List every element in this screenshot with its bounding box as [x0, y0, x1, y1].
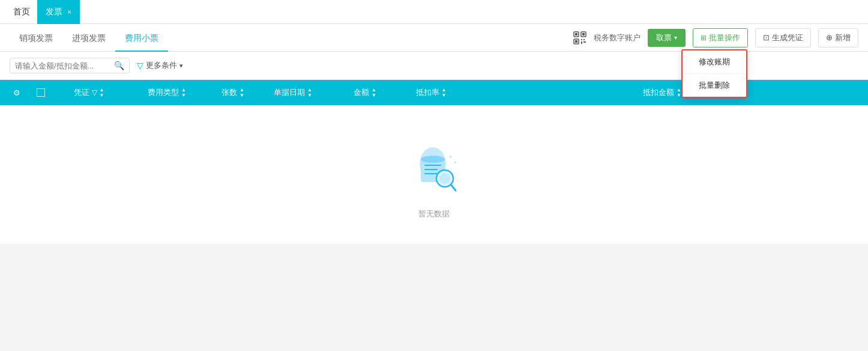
batch-op-label: 批量操作: [709, 32, 740, 43]
batch-op-dropdown: 修改账期 批量删除: [681, 49, 747, 98]
invoice-tab[interactable]: 发票 ×: [37, 0, 80, 24]
expense-type-sort-icon[interactable]: ▲▼: [181, 88, 186, 98]
add-label: 新增: [835, 32, 851, 43]
chevron-down-icon: ▾: [179, 62, 183, 70]
svg-point-17: [439, 173, 450, 184]
col-amount-label: 金额: [354, 87, 369, 98]
close-icon[interactable]: ×: [67, 8, 71, 16]
search-icon[interactable]: 🔍: [114, 61, 124, 70]
svg-rect-3: [582, 33, 585, 35]
search-input-wrap[interactable]: 🔍: [10, 58, 130, 73]
generate-voucher-button[interactable]: ⊡ 生成凭证: [755, 28, 811, 47]
svg-rect-8: [581, 41, 582, 44]
amount-sort-icon[interactable]: ▲▼: [372, 88, 376, 98]
svg-rect-5: [575, 40, 577, 43]
take-invoice-label: 取票: [656, 32, 672, 43]
search-input[interactable]: [15, 61, 114, 70]
take-invoice-button[interactable]: 取票 ▾: [648, 29, 686, 47]
col-voucher-header: 凭证 ▽ ▲▼: [53, 87, 125, 98]
col-date-label: 单据日期: [274, 87, 305, 98]
voucher-filter-icon[interactable]: ▽: [92, 88, 97, 97]
col-deduction-rate-header: 抵扣率 ▲▼: [401, 87, 461, 98]
empty-state: ✦ ✦ 暂无数据: [0, 105, 868, 243]
empty-text: 暂无数据: [418, 209, 450, 219]
col-deduction-amount-label: 抵扣金额: [643, 87, 674, 98]
invoice-tab-label: 发票: [46, 7, 62, 17]
deduction-rate-sort-icon[interactable]: ▲▼: [442, 88, 447, 98]
svg-line-18: [451, 185, 456, 191]
more-conditions-label: 更多条件: [146, 60, 177, 71]
svg-rect-6: [581, 39, 582, 40]
svg-rect-1: [575, 33, 577, 35]
filter-icon: ▽: [137, 61, 143, 70]
qr-icon-button[interactable]: [573, 31, 586, 44]
add-icon: ⊕: [826, 33, 833, 42]
batch-delete-item[interactable]: 批量删除: [683, 73, 746, 97]
col-amount-header: 金额 ▲▼: [329, 87, 401, 98]
col-settings[interactable]: ⚙: [5, 88, 29, 97]
toolbar-right: 税务数字账户 取票 ▾ ⊞ 批量操作 修改账期 批量删除 ⊡ 生成凭证 ⊕ 新增: [573, 28, 858, 47]
add-button[interactable]: ⊕ 新增: [818, 28, 858, 47]
tax-account-button[interactable]: 税务数字账户: [594, 32, 640, 43]
svg-rect-7: [583, 39, 585, 40]
empty-illustration: ✦ ✦: [404, 141, 464, 201]
col-deduction-rate-label: 抵扣率: [416, 87, 439, 98]
batch-op-button[interactable]: ⊞ 批量操作 修改账期 批量删除: [693, 28, 748, 47]
col-expense-type-label: 费用类型: [148, 87, 179, 98]
main-content: ⚙ 凭证 ▽ ▲▼ 费用类型 ▲▼ 张数 ▲▼ 单据日期 ▲▼: [0, 80, 868, 243]
svg-rect-9: [583, 41, 586, 43]
svg-text:✦: ✦: [449, 155, 452, 159]
col-voucher-label: 凭证: [74, 87, 89, 98]
more-conditions-button[interactable]: ▽ 更多条件 ▾: [137, 60, 183, 71]
svg-text:✦: ✦: [453, 160, 457, 165]
home-tab[interactable]: 首页: [6, 7, 37, 17]
sub-tab-expense[interactable]: 费用小票: [115, 24, 168, 52]
sub-tabs: 销项发票 进项发票 费用小票 税务数字账户 取票 ▾ ⊞: [0, 24, 868, 52]
deduction-amount-sort-icon[interactable]: ▲▼: [677, 88, 681, 98]
svg-point-12: [421, 156, 445, 163]
settings-icon[interactable]: ⚙: [13, 88, 20, 97]
modify-period-item[interactable]: 修改账期: [683, 50, 746, 73]
date-sort-icon[interactable]: ▲▼: [307, 88, 312, 98]
sub-tab-sales[interactable]: 销项发票: [10, 24, 62, 52]
col-check[interactable]: [29, 88, 53, 97]
generate-voucher-label: 生成凭证: [772, 32, 803, 43]
sub-tab-incoming[interactable]: 进项发票: [62, 24, 115, 52]
col-count-label: 张数: [222, 87, 237, 98]
select-all-checkbox[interactable]: [37, 88, 45, 97]
count-sort-icon[interactable]: ▲▼: [240, 88, 244, 98]
top-nav: 首页 发票 ×: [0, 0, 868, 24]
generate-voucher-icon: ⊡: [763, 33, 770, 42]
voucher-sort-icon[interactable]: ▲▼: [100, 88, 104, 98]
col-count-header: 张数 ▲▼: [209, 87, 257, 98]
batch-op-icon: ⊞: [701, 34, 707, 42]
chevron-down-icon: ▾: [674, 34, 677, 41]
col-date-header: 单据日期 ▲▼: [257, 87, 329, 98]
col-expense-type-header: 费用类型 ▲▼: [125, 87, 209, 98]
col-deduction-amount-header: 抵扣金额 ▲▼: [461, 87, 863, 98]
